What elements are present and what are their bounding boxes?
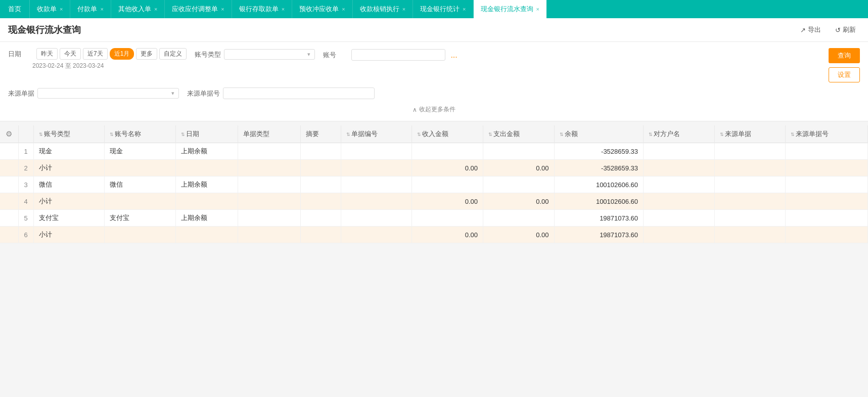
col-account_type[interactable]: ⇅账号类型 [33, 125, 105, 143]
cell-doc_type [238, 193, 301, 210]
close-tab-icon[interactable]: × [282, 6, 285, 12]
cell-account_name [105, 227, 176, 243]
source-doc-select[interactable]: ▾ [37, 88, 179, 99]
cell-source_doc [714, 160, 786, 177]
refresh-button[interactable]: ↺ 刷新 [831, 23, 860, 36]
col-account_name[interactable]: ⇅账号名称 [105, 125, 176, 143]
cell-summary [301, 177, 341, 193]
cell-counterpart [644, 160, 715, 177]
cell-account_name: 现金 [105, 143, 176, 160]
top-nav: 首页 收款单×付款单×其他收入单×应收应付调整单×银行存取款单×预收冲应收单×收… [0, 0, 868, 18]
close-tab-icon[interactable]: × [536, 6, 539, 12]
source-doc-no-label: 来源单据号 [187, 89, 220, 98]
account-input[interactable] [351, 49, 445, 61]
cell-source_doc_no [786, 177, 868, 193]
header-actions: ↗ 导出 ↺ 刷新 [796, 23, 860, 36]
nav-home[interactable]: 首页 [0, 0, 30, 18]
cell-settings [0, 227, 18, 243]
tab-prepay[interactable]: 预收冲应收单× [292, 0, 352, 18]
close-tab-icon[interactable]: × [154, 6, 157, 12]
cell-date: 上期余额 [175, 143, 238, 160]
cell-doc_no [341, 210, 412, 227]
date-option-今天[interactable]: 今天 [60, 48, 81, 60]
tab-ar-adjust[interactable]: 应收应付调整单× [165, 0, 232, 18]
settings-button[interactable]: 设置 [829, 67, 860, 82]
col-counterpart[interactable]: ⇅对方户名 [644, 125, 715, 143]
col-income[interactable]: ⇅收入金额 [412, 125, 483, 143]
cell-doc_no [341, 193, 412, 210]
account-dots-button[interactable]: ... [448, 51, 459, 60]
table-settings-icon[interactable]: ⚙ [6, 129, 12, 138]
sort-icon: ⇅ [417, 132, 421, 137]
date-option-自定义[interactable]: 自定义 [159, 48, 187, 60]
cell-income: 0.00 [412, 227, 483, 243]
close-tab-icon[interactable]: × [402, 6, 405, 12]
cell-summary [301, 193, 341, 210]
sort-icon: ⇅ [560, 132, 564, 137]
tab-payment[interactable]: 付款单× [70, 0, 111, 18]
tab-receipt[interactable]: 收款单× [30, 0, 70, 18]
cell-balance: -3528659.33 [554, 143, 643, 160]
page-header: 现金银行流水查询 ↗ 导出 ↺ 刷新 [0, 18, 868, 42]
cell-doc_type [238, 210, 301, 227]
cell-source_doc [714, 177, 786, 193]
col-expense[interactable]: ⇅支出金额 [483, 125, 554, 143]
table-row: 5支付宝支付宝上期余额19871073.60 [0, 210, 868, 227]
date-option-昨天[interactable]: 昨天 [36, 48, 58, 60]
col-doc_no[interactable]: ⇅单据编号 [341, 125, 412, 143]
source-doc-no-input[interactable] [223, 87, 375, 99]
tab-write-off[interactable]: 收款核销执行× [353, 0, 413, 18]
cell-account_name [105, 193, 176, 210]
tab-bank-deposit[interactable]: 银行存取款单× [232, 0, 292, 18]
cell-expense: 0.00 [483, 160, 554, 177]
date-option-近7天[interactable]: 近7天 [83, 48, 108, 60]
cell-account_name [105, 160, 176, 177]
date-option-更多[interactable]: 更多 [136, 48, 157, 60]
close-tab-icon[interactable]: × [221, 6, 224, 12]
close-tab-icon[interactable]: × [60, 6, 63, 12]
cell-account_type: 微信 [33, 177, 105, 193]
tab-other-income[interactable]: 其他收入单× [111, 0, 165, 18]
cell-counterpart [644, 143, 715, 160]
date-label: 日期 [8, 50, 33, 59]
export-button[interactable]: ↗ 导出 [796, 23, 825, 36]
cell-date [175, 227, 238, 243]
date-option-近1月[interactable]: 近1月 [110, 48, 134, 60]
cell-doc_no [341, 160, 412, 177]
tab-cash-flow[interactable]: 现金银行流水查询× [474, 0, 546, 18]
collapse-up-icon: ∧ [413, 106, 417, 113]
account-type-select[interactable]: ▾ [224, 49, 315, 60]
cell-balance: 19871073.60 [554, 227, 643, 243]
cell-source_doc [714, 143, 786, 160]
col-settings: ⚙ [0, 125, 18, 143]
collapse-bar[interactable]: ∧ 收起更多条件 [8, 102, 860, 115]
refresh-label: 刷新 [843, 25, 856, 34]
cell-balance: -3528659.33 [554, 160, 643, 177]
cell-doc_type [238, 177, 301, 193]
cell-counterpart [644, 227, 715, 243]
filter-area: 日期 昨天今天近7天近1月更多自定义 2023-02-24 至 2023-03-… [0, 42, 868, 121]
cell-date [175, 160, 238, 177]
query-button[interactable]: 查询 [829, 48, 860, 63]
close-tab-icon[interactable]: × [463, 6, 466, 12]
tab-cash-stat[interactable]: 现金银行统计× [413, 0, 473, 18]
table-row: 4小计0.000.00100102606.60 [0, 193, 868, 210]
sort-icon: ⇅ [39, 132, 43, 137]
account-label: 账号 [323, 51, 348, 60]
col-balance[interactable]: ⇅余额 [554, 125, 643, 143]
cell-balance: 100102606.60 [554, 193, 643, 210]
account-type-arrow-icon: ▾ [307, 51, 310, 58]
data-table: ⚙⇅账号类型⇅账号名称⇅日期单据类型摘要⇅单据编号⇅收入金额⇅支出金额⇅余额⇅对… [0, 125, 868, 243]
cell-source_doc_no [786, 160, 868, 177]
date-range: 2023-02-24 至 2023-03-24 [32, 62, 104, 69]
col-source_doc[interactable]: ⇅来源单据 [714, 125, 786, 143]
col-source_doc_no[interactable]: ⇅来源单据号 [786, 125, 868, 143]
cell-idx: 5 [18, 210, 33, 227]
cell-income [412, 177, 483, 193]
table-row: 3微信微信上期余额100102606.60 [0, 177, 868, 193]
cell-counterpart [644, 177, 715, 193]
close-tab-icon[interactable]: × [342, 6, 345, 12]
cell-source_doc_no [786, 193, 868, 210]
close-tab-icon[interactable]: × [100, 6, 103, 12]
col-date[interactable]: ⇅日期 [175, 125, 238, 143]
